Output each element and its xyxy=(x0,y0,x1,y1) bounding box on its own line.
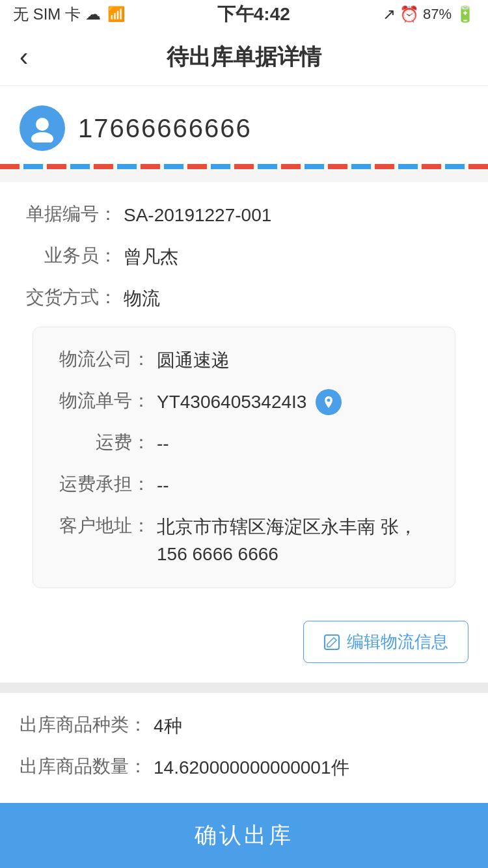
avatar xyxy=(20,105,65,151)
sim-status: 无 SIM 卡 ☁ xyxy=(13,4,101,25)
delivery-row: 交货方式： 物流 xyxy=(20,285,468,312)
customer-section: 17666666666 xyxy=(0,86,488,164)
back-button[interactable]: ‹ xyxy=(20,42,28,72)
address-value: 北京市市辖区海淀区永丰南 张，156 6666 6666 xyxy=(157,513,435,568)
delivery-value: 物流 xyxy=(124,285,468,312)
outbound-quantity-label: 出库商品数量： xyxy=(20,754,147,779)
freight-bearer-row: 运费承担： -- xyxy=(53,472,435,499)
salesman-label: 业务员： xyxy=(20,243,117,268)
outbound-types-label: 出库商品种类： xyxy=(20,712,147,737)
address-label: 客户地址： xyxy=(53,513,150,538)
confirm-button-label: 确认出库 xyxy=(195,821,293,850)
wifi-icon: 📶 xyxy=(107,6,125,23)
status-right: ↗ ⏰ 87% 🔋 xyxy=(383,5,475,23)
section-separator xyxy=(0,683,488,693)
tracking-no-value: YT43064053424I3 xyxy=(157,388,435,416)
freight-bearer-label: 运费承担： xyxy=(53,472,150,496)
freight-label: 运费： xyxy=(53,430,150,455)
status-time: 下午4:42 xyxy=(217,2,290,27)
outbound-quantity-row: 出库商品数量： 14.620000000000001件 xyxy=(20,754,468,781)
salesman-row: 业务员： 曾凡杰 xyxy=(20,243,468,271)
confirm-button[interactable]: 确认出库 xyxy=(0,803,488,868)
customer-phone: 17666666666 xyxy=(78,114,252,143)
edit-logistics-section: 编辑物流信息 xyxy=(0,608,488,683)
location-pin-icon[interactable] xyxy=(316,389,342,415)
salesman-value: 曾凡杰 xyxy=(124,243,468,271)
location-icon: ↗ xyxy=(383,5,396,23)
avatar-icon xyxy=(28,114,57,142)
nav-bar: ‹ 待出库单据详情 xyxy=(0,29,488,86)
svg-point-1 xyxy=(31,132,53,142)
freight-row: 运费： -- xyxy=(53,430,435,457)
outbound-section: 出库商品种类： 4种 出库商品数量： 14.620000000000001件 xyxy=(0,693,488,815)
freight-bearer-value: -- xyxy=(157,472,435,499)
address-row: 客户地址： 北京市市辖区海淀区永丰南 张，156 6666 6666 xyxy=(53,513,435,568)
order-no-label: 单据编号： xyxy=(20,202,117,226)
delivery-label: 交货方式： xyxy=(20,285,117,310)
outbound-types-row: 出库商品种类： 4种 xyxy=(20,712,468,740)
order-no-row: 单据编号： SA-20191227-001 xyxy=(20,202,468,229)
outbound-quantity-value: 14.620000000000001件 xyxy=(154,754,468,781)
logistics-company-value: 圆通速递 xyxy=(157,347,435,374)
page-title: 待出库单据详情 xyxy=(167,42,321,72)
status-bar: 无 SIM 卡 ☁ 📶 下午4:42 ↗ ⏰ 87% 🔋 xyxy=(0,0,488,29)
order-info-section: 单据编号： SA-20191227-001 业务员： 曾凡杰 交货方式： 物流 … xyxy=(0,182,488,608)
outbound-types-value: 4种 xyxy=(154,712,468,740)
tracking-no-row: 物流单号： YT43064053424I3 xyxy=(53,388,435,416)
status-left: 无 SIM 卡 ☁ 📶 xyxy=(13,4,125,25)
alarm-icon: ⏰ xyxy=(400,5,419,23)
order-no-value: SA-20191227-001 xyxy=(124,202,468,229)
battery-icon: 🔋 xyxy=(455,5,475,23)
freight-value: -- xyxy=(157,430,435,457)
battery-status: 87% xyxy=(423,6,452,23)
tracking-no-label: 物流单号： xyxy=(53,388,150,413)
decorative-line xyxy=(0,164,488,169)
edit-logistics-label: 编辑物流信息 xyxy=(347,631,448,653)
logistics-company-label: 物流公司： xyxy=(53,347,150,372)
tracking-no-text: YT43064053424I3 xyxy=(157,388,306,416)
back-icon: ‹ xyxy=(20,42,28,71)
svg-point-0 xyxy=(36,118,49,131)
edit-logistics-button[interactable]: 编辑物流信息 xyxy=(303,621,468,663)
logistics-company-row: 物流公司： 圆通速递 xyxy=(53,347,435,374)
edit-icon xyxy=(323,634,340,651)
logistics-card: 物流公司： 圆通速递 物流单号： YT43064053424I3 运费： -- … xyxy=(33,327,455,588)
